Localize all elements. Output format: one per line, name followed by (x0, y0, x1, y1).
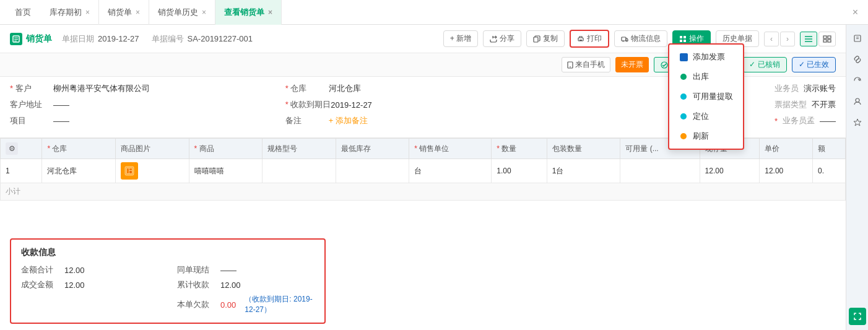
add-invoice-icon (679, 53, 688, 61)
payment-grid: 金额合计 12.00 同单现结 —— 成交金额 12.00 累计收款 12.00 (21, 264, 315, 315)
project-label: 项目 (10, 115, 53, 126)
tab-sales[interactable]: 销货单 × (99, 0, 149, 25)
available-fetch-item[interactable]: 可用量提取 (669, 87, 743, 106)
address-label: 客户地址 (10, 99, 53, 110)
copy-button[interactable]: 复制 (526, 30, 565, 47)
svg-point-34 (856, 98, 859, 102)
payment-date-value: 2019-12-27 (331, 100, 442, 110)
tab-bar: 首页 库存期初 × 销货单 × 销货单历史 × 查看销货单 × × (0, 0, 868, 25)
locate-icon (679, 112, 688, 121)
user-sidebar-icon[interactable] (849, 93, 866, 110)
svg-rect-22 (828, 40, 831, 42)
link-sidebar-icon[interactable] (849, 51, 866, 68)
transaction-row: 成交金额 12.00 (21, 279, 158, 290)
available-fetch-icon (679, 92, 688, 101)
tab-sales-history[interactable]: 销货单历史 × (149, 0, 215, 25)
payment-date-label: 收款到期日 (285, 99, 331, 110)
subtotal-label: 小计 (1, 183, 846, 201)
staff-value: 演示账号 (804, 83, 836, 94)
col-warehouse: 仓库 (42, 139, 116, 159)
view-icons (800, 32, 836, 46)
refresh-icon (679, 132, 688, 141)
svg-rect-15 (684, 40, 686, 42)
row-spec (263, 159, 336, 183)
prev-arrow[interactable]: ‹ (764, 32, 779, 46)
staff-label: 业务员 (775, 83, 799, 94)
status-sold-button[interactable]: ✓ 已核销 (742, 57, 786, 72)
svg-rect-14 (680, 40, 682, 42)
svg-rect-8 (579, 40, 582, 41)
row-available (620, 159, 700, 183)
svg-rect-6 (534, 37, 538, 42)
operation-dropdown: 添加发票 出库 可用量提取 定位 刷新 (668, 43, 744, 150)
refresh-item[interactable]: 刷新 (669, 126, 743, 146)
settings-gear[interactable]: ⚙ (6, 142, 18, 155)
close-inventory-tab[interactable]: × (85, 8, 90, 17)
owe-label: 本单欠款 (177, 299, 214, 310)
tab-inventory[interactable]: 库存期初 × (41, 0, 99, 25)
biz-staff-value: —— (820, 116, 836, 126)
subtotal-row: 小计 (1, 183, 846, 201)
list-view-icon[interactable] (800, 32, 817, 46)
locate-item[interactable]: 定位 (669, 106, 743, 126)
payment-title: 收款信息 (21, 247, 315, 258)
row-pack-qty: 1台 (547, 159, 620, 183)
total-amount-value: 12.00 (64, 266, 85, 275)
col-spec: 规格型号 (263, 139, 336, 159)
doc-title: 销货单 (10, 33, 52, 45)
not-opened-button[interactable]: 未开票 (615, 57, 649, 72)
refresh-sidebar-icon[interactable] (849, 72, 866, 89)
close-sales-tab[interactable]: × (136, 8, 140, 17)
svg-rect-28 (127, 168, 129, 173)
same-order-value: —— (220, 266, 237, 275)
new-button[interactable]: + 新增 (443, 30, 478, 47)
next-arrow[interactable]: › (780, 32, 795, 46)
product-image (121, 162, 138, 180)
row-amount: 0. (813, 159, 846, 183)
close-view-sales-tab[interactable]: × (268, 8, 272, 17)
add-note-button[interactable]: + 添加备注 (329, 115, 368, 126)
ticket-type-label: 票据类型 (775, 99, 807, 110)
owe-row: 本单欠款 0.00 （收款到期日: 2019-12-27） (177, 294, 315, 315)
share-button[interactable]: 分享 (483, 30, 521, 47)
doc-type-icon (10, 33, 22, 45)
close-history-tab[interactable]: × (202, 8, 206, 17)
col-sales-unit: 销售单位 (409, 139, 492, 159)
svg-rect-13 (684, 36, 686, 38)
add-invoice-item[interactable]: 添加发票 (669, 47, 743, 67)
expand-sidebar-icon[interactable] (849, 308, 866, 325)
svg-point-10 (623, 40, 624, 41)
customer-label: 客户 (10, 83, 53, 94)
doc-meta: 单据日期 2019-12-27 单据编号 SA-20191227-001 (62, 33, 253, 45)
status-effective-button[interactable]: ✓ 已生效 (792, 57, 836, 72)
row-sales-unit: 台 (409, 159, 492, 183)
transaction-value: 12.00 (64, 280, 85, 290)
total-amount-row: 金额合计 12.00 (21, 264, 158, 276)
grid-view-icon[interactable] (818, 32, 836, 46)
svg-rect-21 (823, 40, 827, 42)
row-current: 12.00 (700, 159, 760, 183)
warehouse-label: 仓库 (285, 83, 329, 94)
payment-section: 收款信息 金额合计 12.00 同单现结 —— 成交金额 12.00 累计收款 … (10, 238, 326, 324)
total-amount-label: 金额合计 (21, 264, 58, 276)
col-product-img: 商品图片 (116, 139, 189, 159)
owe-value: 0.00 (220, 300, 236, 310)
tab-view-sales[interactable]: 查看销货单 × (215, 0, 282, 25)
outbound-item[interactable]: 出库 (669, 67, 743, 87)
right-sidebar (846, 25, 868, 330)
star-sidebar-icon[interactable] (849, 114, 866, 131)
logistics-button[interactable]: 物流信息 (614, 30, 667, 47)
cumulative-label: 累计收款 (177, 279, 214, 290)
svg-rect-30 (129, 171, 132, 173)
col-settings: ⚙ (1, 139, 42, 159)
close-all-button[interactable]: × (848, 7, 863, 18)
tab-home[interactable]: 首页 (5, 7, 41, 18)
svg-marker-35 (854, 119, 861, 126)
from-phone-button[interactable]: 来自手机 (562, 57, 610, 72)
print-button[interactable]: 打印 (570, 30, 609, 48)
address-value: —— (53, 100, 165, 110)
edit-sidebar-icon[interactable] (849, 30, 866, 47)
svg-rect-9 (622, 37, 626, 41)
project-value: —— (53, 116, 165, 126)
warehouse-value: 河北仓库 (329, 83, 440, 94)
